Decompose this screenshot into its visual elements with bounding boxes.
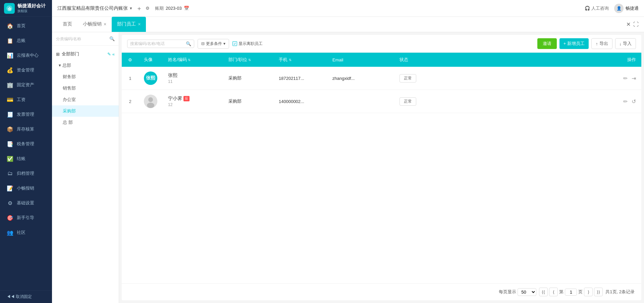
delete-employee-icon[interactable]: ↺ <box>632 98 636 105</box>
import-button[interactable]: ↓ 导入 <box>615 38 636 49</box>
last-page-button[interactable]: ⟩⟩ <box>594 288 603 296</box>
close-tab-button[interactable]: ✕ <box>626 21 631 28</box>
import-label: 导入 <box>623 41 632 47</box>
show-resigned-checkbox[interactable]: ✓ 显示离职员工 <box>232 41 263 47</box>
content-area: 🔍 ⊞ 全部部门 ✎ « ▾ 总部 财务部 销售部 办公室 采购部 <box>52 32 644 303</box>
user-menu[interactable]: 👤 畅捷通 <box>614 4 639 13</box>
dept-item-finance[interactable]: 财务部 <box>52 71 119 83</box>
checkbox-icon: ✓ <box>232 41 237 46</box>
avatar: 👤 <box>614 4 624 13</box>
tab-close-icon[interactable]: × <box>138 21 141 27</box>
sidebar-item-label: 结账 <box>17 156 25 162</box>
total-records-label: 共1页, 2条记录 <box>605 289 635 295</box>
app-title: 畅捷通好会计 <box>17 3 46 9</box>
sidebar-item-inventory[interactable]: 📦 库存核算 <box>0 122 52 137</box>
th-avatar: 头像 <box>139 53 163 67</box>
tabbar: 首页 小畅报销 × 部门员工 × ✕ ⛶ <box>52 17 644 32</box>
sidebar-item-close[interactable]: ✅ 结账 <box>0 151 52 166</box>
employee-search-input[interactable] <box>130 41 186 46</box>
sidebar-item-guide[interactable]: 🎯 新手引导 <box>0 210 52 225</box>
dept-cell: 采购部 <box>223 67 273 90</box>
email-cell: zhangxidf... <box>327 67 394 90</box>
inventory-icon: 📦 <box>7 126 13 133</box>
export-label: 导出 <box>599 41 608 47</box>
all-dept-item[interactable]: ⊞ 全部部门 ✎ « <box>52 48 119 60</box>
dept-search-area: 🔍 <box>52 32 119 46</box>
dept-item-hq[interactable]: 总 部 <box>52 117 119 128</box>
pagination: 每页显示 50 100 ⟨⟨ ⟨ 第 页 ⟩ ⟩⟩ 共1页, 2条记录 <box>122 283 641 300</box>
first-page-button[interactable]: ⟨⟨ <box>539 288 548 296</box>
help-label: 人工咨询 <box>591 5 609 11</box>
dept-item-sales[interactable]: 销售部 <box>52 83 119 94</box>
sidebar-item-label: 归档管理 <box>17 170 34 176</box>
dept-search-icon[interactable]: 🔍 <box>109 36 115 41</box>
add-employee-button[interactable]: + 新增员工 <box>559 38 589 49</box>
th-name[interactable]: 姓名/编码 ⇅ <box>163 53 223 67</box>
search-icon[interactable]: 🔍 <box>186 41 191 46</box>
sidebar-item-ledger[interactable]: 📋 总账 <box>0 33 52 48</box>
maximize-button[interactable]: ⛶ <box>633 21 639 28</box>
sidebar-item-label: 总账 <box>17 38 25 44</box>
tab-dept-employee[interactable]: 部门员工 × <box>112 17 146 32</box>
sidebar-item-tax[interactable]: 📑 税务管理 <box>0 137 52 151</box>
sidebar-item-label: 工资 <box>17 97 25 103</box>
sort-dept-icon: ⇅ <box>248 58 251 62</box>
collapse-dept-icon[interactable]: « <box>112 52 115 57</box>
sidebar-item-salary[interactable]: 💳 工资 <box>0 92 52 107</box>
sidebar-item-invoice[interactable]: 🧾 发票管理 <box>0 107 52 122</box>
page-suffix-label: 页 <box>578 289 583 295</box>
filter-button[interactable]: ⊟ 更多条件 ▾ <box>198 39 229 49</box>
dept-tree-panel: 🔍 ⊞ 全部部门 ✎ « ▾ 总部 财务部 销售部 办公室 采购部 <box>52 32 119 303</box>
calendar-icon[interactable]: 📅 <box>184 6 189 11</box>
sidebar-item-reports[interactable]: 📊 云报表中心 <box>0 48 52 63</box>
dept-item-root[interactable]: ▾ 总部 <box>52 60 119 71</box>
status-cell: 正常 <box>394 90 434 113</box>
export-button[interactable]: ↑ 导出 <box>591 38 612 49</box>
filter-icon: ⊟ <box>201 41 205 46</box>
avatar-cell: 张熙 <box>139 67 163 90</box>
dept-item-purchase[interactable]: 采购部 <box>52 105 119 117</box>
edit-employee-icon[interactable]: ✏ <box>623 75 628 82</box>
dept-search-input[interactable] <box>56 37 109 41</box>
svg-point-4 <box>147 103 154 108</box>
company-dropdown-icon[interactable]: ▾ <box>130 6 132 11</box>
th-phone[interactable]: 手机 ⇅ <box>273 53 327 67</box>
sidebar-item-expense[interactable]: 📝 小畅报销 <box>0 181 52 196</box>
sidebar-item-fund[interactable]: 💰 资金管理 <box>0 63 52 78</box>
th-settings[interactable]: ⚙ <box>122 53 139 67</box>
sort-phone-icon: ⇅ <box>289 58 291 62</box>
page-number-input[interactable] <box>565 289 577 296</box>
filter-label: 更多条件 <box>206 41 222 47</box>
phone-cell: 140000002... <box>273 90 327 113</box>
headset-icon: 🎧 <box>585 6 590 11</box>
sidebar-item-archive[interactable]: 🗂 归档管理 <box>0 166 52 181</box>
tab-expense[interactable]: 小畅报销 × <box>77 17 112 32</box>
sidebar-item-label: 首页 <box>17 23 25 29</box>
period-value: 2023-03 <box>166 6 182 11</box>
page-size-select[interactable]: 50 100 <box>518 288 536 296</box>
export-icon: ↑ <box>596 41 598 46</box>
edit-employee-icon[interactable]: ✏ <box>623 98 628 105</box>
close-period-icon: ✅ <box>7 155 13 162</box>
prev-page-button[interactable]: ⟨ <box>549 288 558 296</box>
sidebar-unpin-button[interactable]: ◀◀ 取消固定 <box>0 290 52 303</box>
next-page-button[interactable]: ⟩ <box>584 288 593 296</box>
sort-name-icon: ⇅ <box>188 58 191 62</box>
tab-home[interactable]: 首页 <box>57 17 77 32</box>
sidebar-item-community[interactable]: 👥 社区 <box>0 225 52 240</box>
edit-dept-icon[interactable]: ✎ <box>107 52 111 57</box>
sidebar-item-home[interactable]: 🏠 首页 <box>0 18 52 33</box>
sidebar-item-settings[interactable]: ⚙ 基础设置 <box>0 196 52 210</box>
invite-button[interactable]: 邀请 <box>537 38 557 49</box>
unpin-label: ◀◀ 取消固定 <box>7 294 32 300</box>
help-button[interactable]: 🎧 人工咨询 <box>585 5 609 11</box>
company-settings-icon[interactable]: ⚙ <box>146 6 150 11</box>
sidebar-item-assets[interactable]: 🏢 固定资产 <box>0 78 52 92</box>
community-icon: 👥 <box>7 229 13 236</box>
add-company-button[interactable]: ＋ <box>136 4 142 12</box>
th-dept[interactable]: 部门/职位 ⇅ <box>223 53 273 67</box>
status-badge: 正常 <box>399 74 416 83</box>
logout-employee-icon[interactable]: ⇥ <box>632 75 636 82</box>
tab-close-icon[interactable]: × <box>104 21 106 27</box>
dept-item-office[interactable]: 办公室 <box>52 94 119 105</box>
